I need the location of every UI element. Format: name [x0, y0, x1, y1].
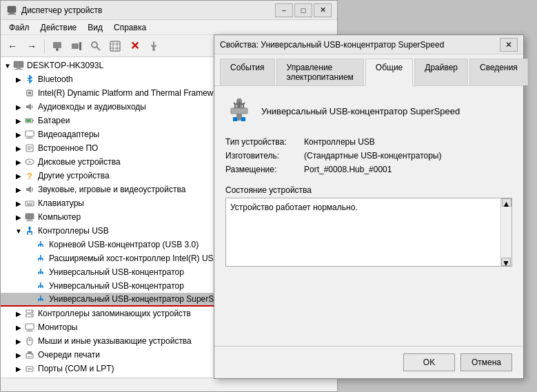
svg-rect-18 — [14, 69, 23, 70]
prop-manufacturer: Изготовитель: (Стандартные USB-концентра… — [225, 151, 512, 161]
svg-rect-23 — [32, 120, 34, 121]
sound-label: Звуковые, игровые и видеоустройства — [38, 185, 185, 194]
menu-view[interactable]: Вид — [82, 21, 108, 34]
menu-action[interactable]: Действие — [35, 21, 83, 34]
svg-rect-6 — [79, 42, 81, 50]
monitor-icon — [24, 129, 35, 140]
svg-rect-26 — [28, 136, 32, 138]
expand-disk-icon: ▶ — [14, 158, 23, 166]
location-value: Port_#0008.Hub_#0001 — [304, 165, 392, 174]
tab-general[interactable]: Общие — [365, 59, 413, 86]
expand-video-icon: ▶ — [14, 130, 23, 138]
processor-icon — [24, 87, 35, 99]
expand-bluetooth-icon: ▶ — [14, 75, 23, 83]
expand-battery-icon: ▶ — [14, 116, 23, 125]
tab-power[interactable]: Управление электропитанием — [276, 59, 364, 85]
dialog-footer: OK Отмена — [214, 346, 523, 378]
ok-button[interactable]: OK — [403, 353, 455, 371]
monitors-icon — [24, 322, 35, 333]
svg-point-33 — [28, 161, 31, 163]
svg-marker-35 — [28, 186, 31, 193]
expand-audio-icon: ▶ — [14, 103, 23, 111]
device-header: Универсальный USB-концентратор SuperSpee… — [225, 97, 512, 125]
svg-rect-57 — [28, 358, 32, 358]
expand-mice-icon: ▶ — [14, 337, 23, 345]
disk-icon — [24, 156, 35, 167]
menu-bar: Файл Действие Вид Справка — [1, 20, 337, 35]
svg-rect-2 — [8, 14, 16, 14]
usb-ss-icon — [35, 293, 46, 305]
other-label: Другие устройства — [38, 171, 110, 180]
svg-rect-20 — [28, 92, 31, 94]
expand-root-icon: ▼ — [3, 61, 12, 70]
properties-dialog: Свойства: Универсальный USB-концентратор… — [214, 34, 524, 379]
svg-point-47 — [31, 311, 32, 312]
svg-rect-38 — [29, 203, 30, 204]
svg-rect-17 — [17, 68, 21, 69]
minimize-button[interactable]: − — [275, 3, 293, 17]
dialog-content: Универсальный USB-концентратор SuperSpee… — [214, 86, 523, 346]
cancel-button[interactable]: Отмена — [460, 353, 512, 371]
usb-ctrl-icon — [24, 225, 35, 236]
expand-storage-icon: ▶ — [14, 309, 23, 318]
toolbar-btn-5[interactable] — [145, 38, 163, 54]
forward-button[interactable]: → — [23, 38, 41, 54]
tab-info[interactable]: Сведения — [469, 59, 528, 85]
main-title-bar: Диспетчер устройств − □ ✕ — [1, 1, 337, 20]
svg-rect-40 — [27, 205, 32, 206]
mouse-icon — [24, 336, 35, 347]
menu-help[interactable]: Справка — [108, 21, 152, 34]
usb-uni2-icon — [35, 280, 46, 291]
device-icon — [225, 97, 253, 125]
toolbar-btn-2[interactable] — [68, 38, 85, 54]
svg-rect-5 — [72, 43, 79, 49]
svg-point-58 — [31, 354, 32, 355]
svg-point-60 — [28, 369, 29, 370]
maximize-button[interactable]: □ — [294, 3, 312, 17]
svg-point-48 — [31, 315, 32, 316]
usb-uni1-label: Универсальный USB-концентратор — [49, 267, 184, 277]
tab-events[interactable]: События — [220, 59, 275, 85]
video-label: Видеоадаптеры — [38, 130, 99, 139]
dialog-close-button[interactable]: ✕ — [500, 38, 518, 52]
tab-driver[interactable]: Драйвер — [414, 59, 468, 85]
type-value: Контроллеры USB — [304, 137, 375, 147]
svg-rect-41 — [26, 214, 34, 219]
expand-usb-icon: ▼ — [14, 227, 23, 235]
usb-ext-label: Расширяемый хост-контроллер Intel(R) USB… — [49, 254, 240, 263]
toolbar-btn-1[interactable] — [48, 38, 66, 54]
dialog-tabs: События Управление электропитанием Общие… — [214, 54, 523, 86]
menu-file[interactable]: Файл — [3, 21, 35, 34]
svg-point-15 — [152, 48, 155, 51]
storage-icon — [24, 308, 35, 319]
svg-point-62 — [30, 369, 32, 370]
usb-uni2-label: Универсальный USB-концентратор — [49, 281, 184, 291]
bluetooth-icon — [24, 74, 35, 85]
dialog-title-bar: Свойства: Универсальный USB-концентратор… — [214, 35, 523, 54]
back-button[interactable]: ← — [3, 38, 21, 54]
svg-rect-77 — [231, 108, 247, 114]
status-scrollbar[interactable]: ▲ ▼ — [500, 198, 511, 266]
toolbar-btn-3[interactable] — [87, 38, 105, 54]
usb-ctrl-label: Контроллеры USB — [38, 226, 109, 236]
keyboards-label: Клавиатуры — [38, 198, 84, 208]
toolbar-btn-4[interactable] — [106, 38, 124, 54]
question-icon: ? — [24, 170, 35, 181]
type-label: Тип устройства: — [225, 137, 301, 147]
usb-hub-icon — [35, 239, 46, 250]
svg-rect-54 — [26, 353, 33, 358]
expand-ports-icon: ▶ — [14, 364, 23, 373]
usb-root-label: Корневой USB-концентратор (USB 3.0) — [49, 240, 199, 249]
close-button[interactable]: ✕ — [314, 3, 332, 17]
usb-uni1-icon — [35, 267, 46, 278]
keyboard-icon — [24, 198, 35, 209]
batteries-label: Батареи — [38, 116, 70, 125]
svg-point-4 — [56, 48, 59, 51]
main-window-title: Диспетчер устройств — [21, 6, 275, 15]
toolbar-btn-remove[interactable]: ✕ — [125, 38, 143, 54]
usb-ss-label: Универсальный USB-концентратор SuperSpee… — [49, 294, 232, 304]
computer-label: Компьютер — [38, 212, 81, 222]
svg-line-8 — [97, 47, 100, 50]
status-group-label: Состояние устройства — [225, 185, 512, 195]
computer2-icon — [24, 212, 35, 223]
